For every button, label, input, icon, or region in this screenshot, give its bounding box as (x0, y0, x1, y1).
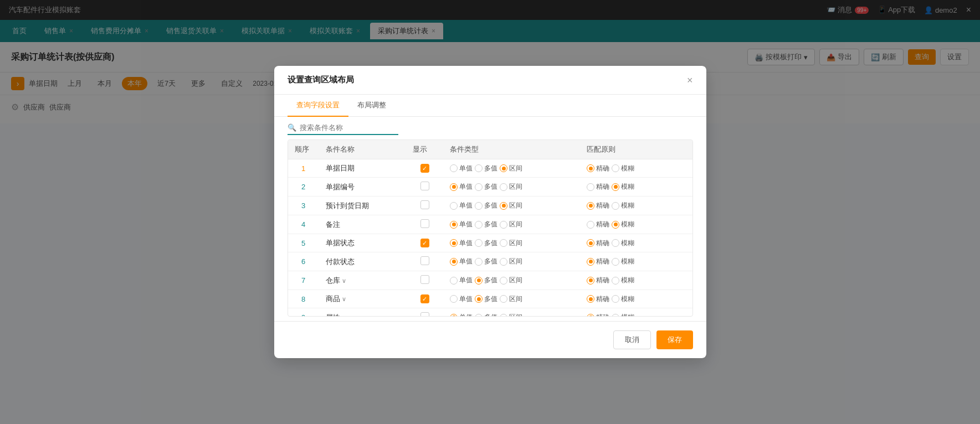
modal-search-area: 🔍 (274, 117, 706, 123)
modal-tab-layout[interactable]: 布局调整 (348, 95, 395, 117)
modal-header: 设置查询区域布局 × (274, 66, 706, 95)
modal-tab-query-fields[interactable]: 查询字段设置 (288, 95, 348, 117)
modal-close-btn[interactable]: × (687, 75, 693, 85)
modal-overlay: 设置查询区域布局 × 查询字段设置 布局调整 🔍 顺序 (0, 0, 980, 123)
modal-title: 设置查询区域布局 (288, 75, 354, 85)
modal-tabs: 查询字段设置 布局调整 (274, 95, 706, 117)
settings-modal: 设置查询区域布局 × 查询字段设置 布局调整 🔍 顺序 (274, 66, 706, 123)
